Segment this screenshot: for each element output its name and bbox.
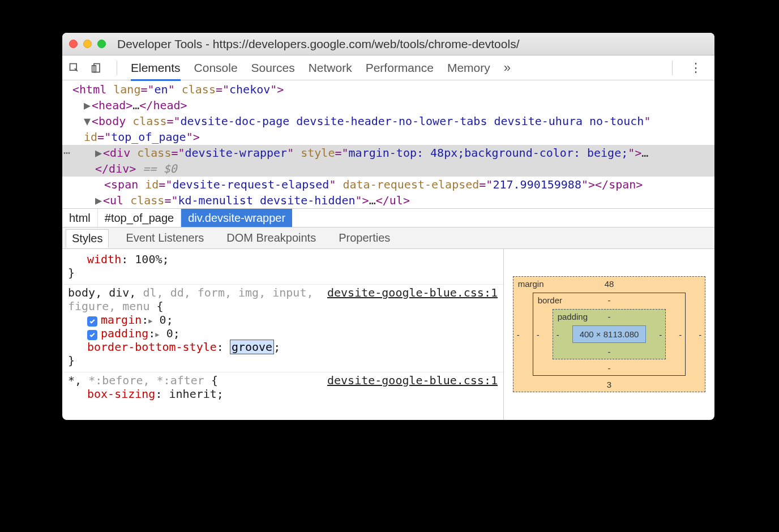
device-icon[interactable] [91, 62, 103, 74]
breadcrumb-item[interactable]: #top_of_page [98, 209, 181, 227]
box-content[interactable]: 400 × 8113.080 [572, 325, 647, 343]
dom-node-selected-end[interactable]: </div> == $0 [62, 161, 714, 177]
styles-panel: width: 100%; } devsite-google-blue.css:1… [62, 249, 714, 420]
more-tabs-icon[interactable]: » [504, 61, 511, 75]
svg-rect-1 [94, 63, 100, 72]
box-border[interactable]: border - - - - padding - - - - 400 × 811… [533, 293, 686, 376]
dom-node-selected[interactable]: ⋯ ▶<div class="devsite-wrapper" style="m… [62, 145, 714, 161]
breadcrumb-item-selected[interactable]: div.devsite-wrapper [181, 209, 292, 227]
dom-node[interactable]: ▼<body class="devsite-doc-page devsite-h… [62, 113, 714, 129]
close-icon[interactable] [69, 40, 78, 48]
tab-memory[interactable]: Memory [447, 57, 490, 79]
expand-arrow-icon[interactable]: ▶ [84, 97, 92, 113]
dom-node[interactable]: <span id="devsite-request-elapsed" data-… [62, 177, 714, 192]
maximize-icon[interactable] [97, 40, 106, 48]
tab-elements[interactable]: Elements [131, 57, 181, 81]
style-rule[interactable]: devsite-google-blue.css:1 body, div, dl,… [62, 285, 503, 372]
separator [672, 61, 673, 75]
tab-properties[interactable]: Properties [333, 229, 396, 247]
tab-console[interactable]: Console [194, 57, 238, 79]
titlebar: Developer Tools - https://developers.goo… [62, 33, 714, 55]
rule-selector[interactable]: *, *:before, *:after { [68, 374, 218, 387]
box-margin[interactable]: margin 48 - - 3 border - - - - padding - [513, 276, 706, 392]
expand-shorthand-icon[interactable]: ▶ [155, 331, 159, 338]
tab-network[interactable]: Network [309, 57, 352, 79]
main-toolbar: Elements Console Sources Network Perform… [62, 55, 714, 80]
dom-node-cont[interactable]: id="top_of_page"> [62, 129, 714, 145]
traffic-lights [69, 40, 106, 48]
breadcrumb-item[interactable]: html [62, 209, 98, 227]
inspect-icon[interactable] [68, 62, 80, 74]
minimize-icon[interactable] [83, 40, 92, 48]
overflow-icon[interactable]: ⋯ [63, 145, 70, 161]
separator [117, 61, 117, 75]
tab-event-listeners[interactable]: Event Listeners [120, 229, 209, 247]
expand-arrow-icon[interactable]: ▶ [95, 145, 103, 161]
styles-rules[interactable]: width: 100%; } devsite-google-blue.css:1… [62, 249, 504, 420]
dom-node[interactable]: <html lang="en" class="chekov"> [62, 81, 714, 97]
breadcrumb: html #top_of_page div.devsite-wrapper [62, 208, 714, 228]
value-editor[interactable]: groove [230, 340, 273, 354]
dom-node[interactable]: ▶<ul class="kd-menulist devsite-hidden">… [62, 192, 714, 208]
expand-shorthand-icon[interactable]: ▶ [148, 317, 152, 325]
tab-dom-breakpoints[interactable]: DOM Breakpoints [221, 229, 322, 247]
dom-node[interactable]: ▶<head>…</head> [62, 97, 714, 113]
prop-checkbox[interactable] [87, 330, 97, 340]
tab-performance[interactable]: Performance [366, 57, 434, 79]
style-rule[interactable]: width: 100%; } [62, 251, 503, 285]
dom-tree[interactable]: <html lang="en" class="chekov"> ▶<head>…… [62, 80, 714, 208]
rule-selector[interactable]: body, div, dl, dd, form, img, input, fig… [68, 286, 314, 313]
tab-styles[interactable]: Styles [66, 229, 109, 248]
styles-tabs: Styles Event Listeners DOM Breakpoints P… [62, 228, 714, 249]
devtools-window: Developer Tools - https://developers.goo… [62, 33, 714, 420]
window-title: Developer Tools - https://developers.goo… [117, 37, 519, 51]
style-rule[interactable]: devsite-google-blue.css:1 *, *:before, *… [62, 372, 503, 405]
settings-menu-icon[interactable]: ⋮ [683, 61, 709, 75]
collapse-arrow-icon[interactable]: ▼ [84, 113, 92, 129]
prop-checkbox[interactable] [87, 316, 97, 327]
source-link[interactable]: devsite-google-blue.css:1 [327, 286, 498, 299]
expand-arrow-icon[interactable]: ▶ [95, 192, 103, 208]
panel-tabs: Elements Console Sources Network Perform… [131, 57, 662, 79]
box-model[interactable]: margin 48 - - 3 border - - - - padding - [504, 249, 714, 420]
source-link[interactable]: devsite-google-blue.css:1 [327, 374, 498, 387]
box-padding[interactable]: padding - - - - 400 × 8113.080 [553, 309, 666, 359]
tab-sources[interactable]: Sources [251, 57, 295, 79]
